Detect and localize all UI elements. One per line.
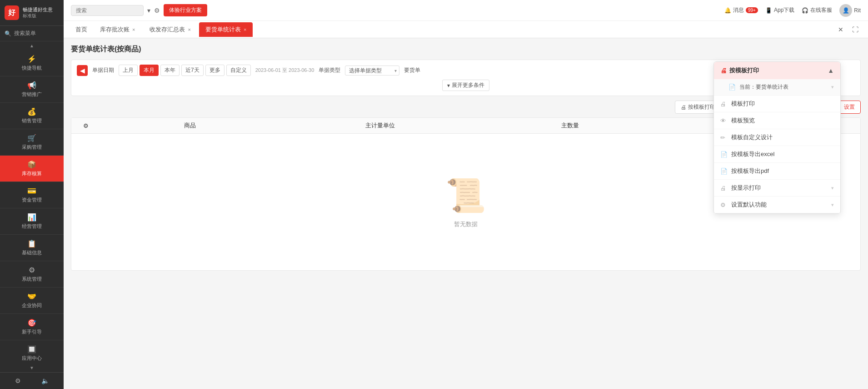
sidebar-item-operation[interactable]: 📊 经营管理 [0, 208, 64, 235]
order-summary-tab-close[interactable]: × [244, 27, 246, 32]
tab-order-summary[interactable]: 要货单统计表 × [199, 22, 253, 37]
sidebar-item-system[interactable]: ⚙ 系统管理 [0, 261, 64, 288]
current-template-icon: 📄 [728, 84, 736, 91]
last-7-days-btn[interactable]: 近7天 [181, 65, 204, 76]
sidebar-item-label: 快捷导航 [22, 65, 42, 71]
marketing-icon: 📢 [27, 81, 36, 90]
date-filter-label: 单据日期 [92, 66, 114, 74]
table-header-unit: 主计量单位 [285, 121, 475, 130]
template-preview-item[interactable]: 👁 模板预览 [714, 112, 840, 129]
order-type-label: 单据类型 [319, 66, 340, 74]
tab-batch-account[interactable]: 库存批次账 × [94, 22, 141, 37]
tab-home[interactable]: 首页 [71, 22, 92, 37]
sidebar-item-label: 采购管理 [22, 144, 42, 151]
last-month-btn[interactable]: 上月 [119, 65, 138, 76]
current-template-label: 当前：要货单统计表 [739, 83, 828, 91]
search-dropdown-btn[interactable]: ▾ [147, 7, 150, 14]
this-year-btn[interactable]: 本年 [160, 65, 180, 76]
filter-toggle-btn[interactable]: ◀ [77, 65, 88, 76]
sidebar-item-label: 营销推广 [22, 91, 42, 98]
finance-icon: 💳 [27, 187, 36, 195]
settings-footer-btn[interactable]: ⚙ [15, 377, 21, 384]
window-close-btn[interactable]: ✕ [835, 24, 846, 35]
template-print-icon: 🖨 [720, 101, 728, 107]
settings-btn[interactable]: 设置 [838, 101, 861, 114]
sidebar-logo: 好 畅捷通好生意 标准版 [0, 0, 64, 26]
sidebar-item-sales[interactable]: 💰 销售管理 [0, 103, 64, 129]
custom-date-btn[interactable]: 自定义 [226, 65, 251, 76]
sidebar-item-label: 新手引导 [22, 328, 42, 335]
sidebar-item-purchase[interactable]: 🛒 采购管理 [0, 129, 64, 156]
template-export-excel-item[interactable]: 📄 按模板导出excel [714, 146, 840, 163]
this-month-btn[interactable]: 本月 [140, 65, 159, 76]
sidebar-item-appstore[interactable]: 🔲 应用中心 [0, 340, 64, 364]
print-btn-label: 按模板打印 [688, 103, 715, 111]
sidebar-item-finance[interactable]: 💳 资金管理 [0, 182, 64, 208]
online-service-btn[interactable]: 🎧 在线客服 [802, 6, 832, 14]
template-design-label: 模板自定义设计 [731, 133, 834, 141]
header-gear-btn[interactable]: ⚙ [154, 7, 160, 14]
print-icon: 🖨 [681, 104, 686, 111]
header-left: ▾ ⚙ 体验行业方案 [71, 4, 207, 16]
online-service-label: 在线客服 [810, 6, 832, 14]
tab-receipt-summary[interactable]: 收发存汇总表 × [143, 22, 197, 37]
date-buttons: 上月 本月 本年 近7天 更多 自定义 [119, 65, 251, 76]
default-func-item[interactable]: ⚙ 设置默认功能 ▾ [714, 197, 840, 213]
display-print-arrow: ▾ [831, 185, 834, 191]
dropdown-title-label: 按模板打印 [729, 66, 759, 75]
sidebar-item-marketing[interactable]: 📢 营销推广 [0, 76, 64, 103]
dropdown-close-btn[interactable]: ▲ [828, 67, 834, 74]
bell-icon: 🔔 [724, 7, 731, 14]
batch-account-tab-close[interactable]: × [132, 27, 135, 32]
sidebar-search[interactable]: 🔍 搜索菜单 [0, 26, 64, 41]
app-download-label: App下载 [774, 6, 794, 14]
sidebar-scroll-up[interactable]: ▲ [0, 41, 64, 50]
user-profile-btn[interactable]: 👤 Rit [839, 4, 861, 17]
template-preview-icon: 👁 [720, 117, 728, 124]
window-maximize-btn[interactable]: ⛶ [850, 24, 861, 35]
dropdown-header: 🖨 按模板打印 ▲ [714, 62, 840, 79]
receipt-summary-tab-close[interactable]: × [188, 27, 190, 32]
sidebar-item-label: 基础信息 [22, 249, 42, 256]
goods-filter-label: 要货单 [404, 66, 420, 74]
trial-industry-btn[interactable]: 体验行业方案 [164, 4, 207, 16]
app-download-btn[interactable]: 📱 App下载 [765, 6, 794, 14]
page-title: 要货单统计表(按商品) [71, 45, 861, 54]
app-name: 畅捷通好生意 [23, 6, 53, 13]
template-print-item[interactable]: 🖨 模板打印 [714, 96, 840, 112]
empty-state-icon: 📜 [445, 176, 486, 215]
table-header-settings[interactable]: ⚙ [77, 122, 95, 129]
sidebar-item-label: 系统管理 [22, 276, 42, 283]
display-print-item[interactable]: 🖨 按显示打印 ▾ [714, 180, 840, 197]
empty-state: 📜 暂无数据 [445, 149, 486, 256]
inventory-icon: 📦 [27, 160, 36, 169]
sidebar-item-inventory[interactable]: 📦 库存核算 [0, 156, 64, 182]
sidebar-scroll-down[interactable]: ▼ [0, 364, 64, 372]
expand-more-btn[interactable]: ▾ 展开更多条件 [442, 80, 489, 91]
mobile-icon: 📱 [765, 7, 772, 14]
notification-btn[interactable]: 🔔 消息 99+ [724, 6, 758, 14]
sidebar-search-label: 搜索菜单 [14, 30, 36, 37]
template-export-pdf-label: 按模板导出pdf [731, 167, 834, 175]
headset-icon: 🎧 [802, 7, 808, 14]
display-print-icon: 🖨 [720, 185, 728, 192]
sidebar-item-label: 经营管理 [22, 223, 42, 230]
sidebar-item-basic[interactable]: 📋 基础信息 [0, 235, 64, 261]
home-tab-label: 首页 [75, 25, 87, 34]
speaker-footer-btn[interactable]: 🔈 [41, 377, 49, 384]
dropdown-title: 🖨 按模板打印 [720, 66, 759, 75]
sidebar-item-guide[interactable]: 🎯 新手引导 [0, 314, 64, 340]
header-right: 🔔 消息 99+ 📱 App下载 🎧 在线客服 👤 Rit [724, 4, 861, 17]
current-template-item[interactable]: 📄 当前：要货单统计表 ▾ [714, 79, 840, 96]
top-search-input[interactable] [71, 5, 144, 16]
sidebar-item-collab[interactable]: 🤝 企业协同 [0, 288, 64, 314]
order-type-select[interactable]: 选择单据类型 [345, 66, 399, 76]
sidebar-item-label: 库存核算 [22, 170, 42, 177]
template-design-item[interactable]: ✏ 模板自定义设计 [714, 129, 840, 146]
quick-nav-icon: ⚡ [27, 55, 36, 63]
template-export-pdf-item[interactable]: 📄 按模板导出pdf [714, 163, 840, 180]
system-icon: ⚙ [29, 266, 35, 274]
more-date-btn[interactable]: 更多 [205, 65, 224, 76]
sidebar-item-quick-nav[interactable]: ⚡ 快捷导航 [0, 50, 64, 76]
template-export-pdf-icon: 📄 [720, 168, 728, 175]
